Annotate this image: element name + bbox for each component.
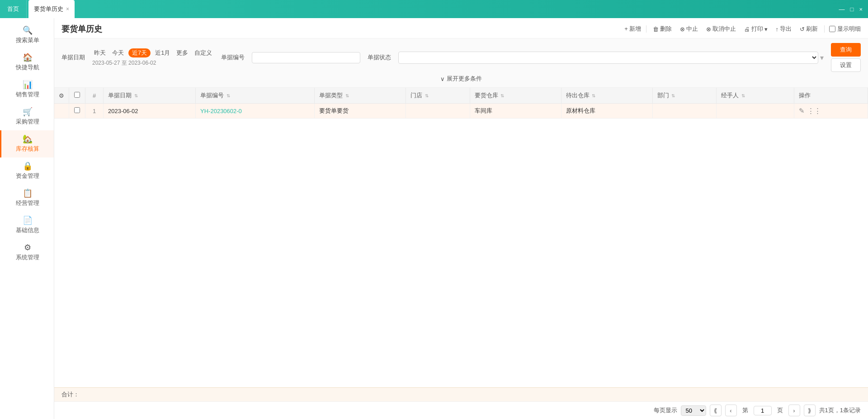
- sidebar-item-basic-info[interactable]: 📄 基础信息: [0, 212, 54, 239]
- row-checkbox[interactable]: [74, 107, 80, 113]
- page-first-button[interactable]: ⟪: [710, 405, 722, 416]
- sidebar-item-label: 基础信息: [16, 226, 39, 234]
- th-doc-date[interactable]: 单据日期 ⇅: [104, 88, 196, 104]
- th-dest-warehouse[interactable]: 待出仓库 ⇅: [561, 88, 652, 104]
- row-edit-icon[interactable]: ✎: [799, 107, 805, 115]
- th-store-label: 门店: [410, 92, 422, 99]
- th-req-warehouse[interactable]: 要货仓库 ⇅: [470, 88, 561, 104]
- page-text-before: 第: [742, 406, 748, 414]
- page-size-select[interactable]: 20 50 100: [681, 405, 706, 416]
- inventory-icon: 🏡: [23, 135, 33, 143]
- stop-label: 中止: [686, 25, 698, 33]
- sidebar-item-label: 销售管理: [16, 90, 39, 99]
- page-text-after: 页: [777, 406, 783, 414]
- th-department[interactable]: 部门 ⇅: [652, 88, 716, 104]
- th-store[interactable]: 门店 ⇅: [406, 88, 470, 104]
- export-button[interactable]: ↑ 导出: [774, 24, 794, 34]
- sidebar-item-operations[interactable]: 📋 经营管理: [0, 185, 54, 212]
- th-doc-number[interactable]: 单据编号 ⇅: [196, 88, 315, 104]
- doc-status-clear-icon[interactable]: ▾: [820, 53, 824, 62]
- date-range-display: 2023-05-27 至 2023-06-02: [92, 59, 214, 67]
- date-shortcut-today[interactable]: 今天: [110, 48, 126, 57]
- td-row-check: [69, 104, 85, 119]
- row-more-icon[interactable]: ⋮⋮: [807, 107, 821, 115]
- display-detail-toggle[interactable]: 显示明细: [829, 25, 861, 33]
- sort-icon-req-warehouse: ⇅: [500, 93, 504, 98]
- date-shortcut-more[interactable]: 更多: [175, 48, 190, 57]
- cancel-stop-label: 取消中止: [712, 25, 736, 33]
- window-maximize-icon[interactable]: □: [850, 6, 854, 13]
- date-shortcut-1month[interactable]: 近1月: [153, 48, 172, 57]
- page-prev-button[interactable]: ‹: [725, 405, 737, 416]
- export-icon: ↑: [776, 26, 779, 33]
- page-total-info: 共1页，1条记录: [819, 406, 861, 414]
- th-doc-type[interactable]: 单据类型 ⇅: [315, 88, 406, 104]
- sidebar-item-inventory[interactable]: 🏡 库存核算: [0, 130, 54, 157]
- th-actions: 操作: [794, 88, 868, 104]
- sidebar-item-finance[interactable]: 🔒 资金管理: [0, 157, 54, 185]
- window-minimize-icon[interactable]: —: [839, 6, 845, 13]
- sort-icon-doc-number: ⇅: [226, 93, 230, 98]
- cancel-stop-button[interactable]: ⊗ 取消中止: [704, 24, 738, 34]
- th-department-label: 部门: [657, 92, 669, 99]
- td-row-num: 1: [85, 104, 104, 119]
- page-last-button[interactable]: ⟫: [804, 405, 816, 416]
- tab-home[interactable]: 首页: [0, 0, 27, 18]
- page-number-input[interactable]: [754, 406, 772, 415]
- stop-button[interactable]: ⊗ 中止: [678, 24, 700, 34]
- sidebar-item-purchase[interactable]: 🛒 采购管理: [0, 103, 54, 130]
- doc-status-select[interactable]: [398, 52, 818, 64]
- display-detail-checkbox[interactable]: [829, 26, 835, 32]
- page-title: 要货单历史: [61, 24, 102, 34]
- sum-label: 合计：: [61, 390, 79, 399]
- tab-close-icon[interactable]: ×: [66, 6, 69, 12]
- sidebar-item-sales[interactable]: 📊 销售管理: [0, 76, 54, 103]
- th-dest-warehouse-label: 待出仓库: [566, 92, 590, 99]
- th-handler-label: 经手人: [721, 92, 739, 99]
- export-label: 导出: [780, 25, 792, 33]
- refresh-icon: ↺: [800, 26, 805, 33]
- settings-button[interactable]: 设置: [831, 58, 861, 72]
- date-shortcut-7days[interactable]: 近7天: [128, 48, 151, 57]
- filter-row-main: 单据日期 昨天 今天 近7天 近1月 更多 自定义 2023-05-27 至 2…: [61, 43, 861, 72]
- print-button[interactable]: 🖨 打印 ▾: [742, 24, 769, 34]
- expand-more-label: 展开更多条件: [447, 75, 482, 83]
- doc-status-label: 单据状态: [368, 53, 391, 62]
- doc-status-group: ▾: [398, 52, 824, 64]
- page-size-label: 每页显示: [654, 406, 677, 414]
- top-bar: 首页 要货单历史 × — □ ×: [0, 0, 868, 18]
- doc-number-link[interactable]: YH-20230602-0: [200, 108, 242, 114]
- delete-button[interactable]: 🗑 删除: [651, 24, 674, 34]
- sidebar-item-system[interactable]: ⚙ 系统管理: [0, 239, 54, 266]
- sort-icon-department: ⇅: [671, 93, 675, 98]
- select-all-checkbox[interactable]: [74, 92, 80, 98]
- doc-number-input[interactable]: [252, 52, 360, 63]
- filter-area: 单据日期 昨天 今天 近7天 近1月 更多 自定义 2023-05-27 至 2…: [54, 38, 868, 88]
- th-check: [69, 88, 85, 104]
- expand-more-row[interactable]: ∨ 展开更多条件: [61, 75, 861, 83]
- date-shortcut-yesterday[interactable]: 昨天: [92, 48, 108, 57]
- divider-1: [646, 25, 646, 33]
- delete-label: 删除: [660, 25, 672, 33]
- window-close-icon[interactable]: ×: [859, 6, 863, 13]
- refresh-button[interactable]: ↺ 刷新: [798, 24, 820, 34]
- th-handler[interactable]: 经手人 ⇅: [717, 88, 794, 104]
- td-row-settings: [54, 104, 69, 119]
- date-shortcut-custom[interactable]: 自定义: [193, 48, 214, 57]
- basic-info-icon: 📄: [23, 216, 33, 224]
- query-button[interactable]: 查询: [831, 43, 861, 57]
- td-req-warehouse: 车间库: [470, 104, 561, 119]
- new-button[interactable]: + 新增: [624, 25, 641, 33]
- doc-number-label: 单据编号: [221, 53, 245, 62]
- sidebar-item-search-menu[interactable]: 🔍 搜索菜单: [0, 22, 54, 49]
- sidebar: 🔍 搜索菜单 🏠 快捷导航 📊 销售管理 🛒 采购管理 🏡 库存核算 🔒 资金管…: [0, 18, 54, 419]
- page-header: 要货单历史 + 新增 🗑 删除 ⊗ 中止 ⊗ 取消中止 🖨 打: [54, 18, 868, 38]
- tab-active[interactable]: 要货单历史 ×: [28, 0, 75, 18]
- td-department: [652, 104, 716, 119]
- sort-icon-doc-date: ⇅: [134, 93, 138, 98]
- page-next-button[interactable]: ›: [788, 405, 800, 416]
- th-doc-date-label: 单据日期: [108, 92, 132, 99]
- th-settings[interactable]: ⚙: [54, 88, 69, 104]
- sidebar-item-quick-nav[interactable]: 🏠 快捷导航: [0, 49, 54, 76]
- search-menu-icon: 🔍: [23, 26, 33, 34]
